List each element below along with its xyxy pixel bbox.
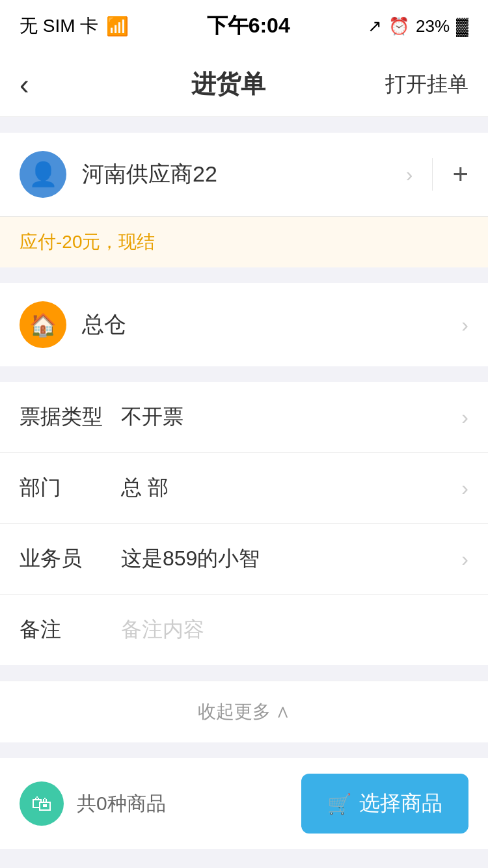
alarm-icon: ⏰ — [388, 16, 409, 36]
product-count-left: 🛍 共0种商品 — [20, 781, 166, 826]
cart-add-icon: 🛒 — [327, 793, 351, 815]
salesman-row[interactable]: 业务员 这是859的小智 › — [0, 524, 488, 595]
chevron-right-icon: › — [461, 313, 468, 337]
chevron-right-icon: › — [461, 405, 468, 429]
notice-banner: 应付-20元，现结 — [0, 217, 488, 267]
carrier-info: 无 SIM 卡 📶 — [20, 14, 129, 38]
department-label: 部门 — [20, 474, 111, 502]
remark-row[interactable]: 备注 备注内容 — [0, 595, 488, 665]
invoice-type-label: 票据类型 — [20, 403, 111, 431]
chevron-right-icon: › — [461, 476, 468, 500]
invoice-type-value: 不开票 — [111, 403, 461, 431]
page-background-fill — [0, 849, 488, 868]
product-count-text: 共0种商品 — [77, 791, 166, 817]
chevron-right-icon: › — [406, 163, 413, 187]
supplier-name: 河南供应商22 — [82, 159, 406, 189]
back-button[interactable]: ‹ — [20, 68, 72, 101]
status-bar: 无 SIM 卡 📶 下午6:04 ↗ ⏰ 23% ▓ — [0, 0, 488, 52]
supplier-section: 👤 河南供应商22 › + 应付-20元，现结 — [0, 133, 488, 267]
status-indicators: ↗ ⏰ 23% ▓ — [368, 16, 468, 36]
main-content: 👤 河南供应商22 › + 应付-20元，现结 🏠 总仓 › 票据类型 不开票 — [0, 117, 488, 868]
nav-bar: ‹ 进货单 打开挂单 — [0, 52, 488, 117]
page-title: 进货单 — [191, 68, 265, 101]
select-product-label: 选择商品 — [359, 789, 442, 818]
supplier-row[interactable]: 👤 河南供应商22 › + — [0, 133, 488, 217]
product-icon: 🛍 — [20, 781, 64, 826]
bag-icon: 🛍 — [31, 792, 52, 816]
department-value: 总 部 — [111, 474, 461, 502]
warehouse-section: 🏠 总仓 › — [0, 283, 488, 366]
supplier-avatar: 👤 — [20, 151, 66, 198]
collapse-button[interactable]: 收起更多 ∧ — [198, 699, 291, 724]
chevron-right-icon: › — [461, 547, 468, 571]
bottom-bar: 🛍 共0种商品 🛒 选择商品 — [0, 758, 488, 849]
remark-label: 备注 — [20, 616, 111, 644]
invoice-type-row[interactable]: 票据类型 不开票 › — [0, 382, 488, 453]
salesman-value: 这是859的小智 — [111, 545, 461, 573]
warehouse-name: 总仓 — [82, 310, 461, 340]
supplier-row-right: › + — [406, 158, 468, 191]
clock: 下午6:04 — [207, 12, 290, 40]
gap-1 — [0, 117, 488, 133]
carrier-label: 无 SIM 卡 — [20, 14, 98, 38]
collapse-section: 收起更多 ∧ — [0, 681, 488, 742]
remark-input[interactable]: 备注内容 — [111, 616, 468, 644]
form-section: 票据类型 不开票 › 部门 总 部 › 业务员 这是859的小智 › 备注 备注… — [0, 382, 488, 665]
battery-icon: ▓ — [456, 16, 468, 36]
select-product-button[interactable]: 🛒 选择商品 — [301, 774, 468, 834]
vertical-divider — [432, 158, 433, 191]
warehouse-row[interactable]: 🏠 总仓 › — [0, 283, 488, 366]
salesman-label: 业务员 — [20, 545, 111, 573]
person-icon: 👤 — [29, 161, 58, 188]
open-hang-bill-button[interactable]: 打开挂单 — [385, 70, 468, 99]
add-icon[interactable]: + — [452, 159, 468, 190]
location-icon: ↗ — [368, 16, 382, 36]
battery-label: 23% — [416, 16, 450, 36]
department-row[interactable]: 部门 总 部 › — [0, 453, 488, 524]
wifi-icon: 📶 — [106, 16, 129, 37]
warehouse-icon: 🏠 — [20, 301, 66, 348]
house-icon: 🏠 — [29, 312, 57, 338]
